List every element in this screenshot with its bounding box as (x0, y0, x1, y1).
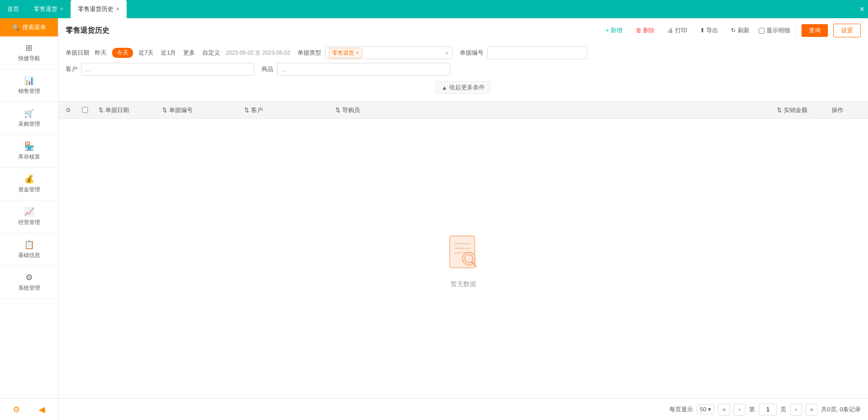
th-amount-text: 实销金额 (784, 106, 807, 114)
new-button[interactable]: + 新增 (602, 25, 626, 36)
th-date-label: ⇅ (98, 107, 103, 113)
sidebar-item-sales[interactable]: 📊销售管理 (0, 69, 58, 102)
table-area: ⚙ ⇅ 单据日期 ⇅ 单据编号 ⇅ 客户 ⇅ 导购员 (58, 102, 868, 420)
sidebar-item-purchase[interactable]: 🛒采购管理 (0, 102, 58, 135)
tab-retail-return-history[interactable]: 零售退货历史× (71, 0, 127, 18)
nav-icon-system: ⚙ (26, 272, 33, 282)
th-num-text: 单据编号 (169, 106, 193, 114)
th-customer-sort: ⇅ (244, 107, 249, 113)
show-detail-checkbox-label[interactable]: 显示明细 (759, 26, 790, 35)
tab-close-retail-return-history[interactable]: × (116, 6, 119, 12)
sidebar-item-system[interactable]: ⚙系统管理 (0, 266, 58, 299)
page-size-value: 50 (700, 406, 706, 413)
query-button[interactable]: 查询 (801, 24, 828, 37)
page-title-bar: 零售退货历史 + 新增 🗑 删除 🖨 打印 ⬆ 导出 ↻ 刷新 显示明细 查询 … (66, 24, 861, 37)
nav-icon-quick-nav: ⊞ (26, 43, 32, 53)
tab-close-retail-return[interactable]: × (60, 6, 63, 12)
nav-label-purchase: 采购管理 (18, 120, 40, 128)
nav-icon-sales: 📊 (24, 76, 34, 86)
main-layout: 🔍 搜索菜单 ⊞快捷导航📊销售管理🛒采购管理🏪库存核算💰资金管理📈经营管理📋基础… (0, 18, 868, 420)
page-size-arrow: ▾ (708, 406, 711, 413)
show-detail-label: 显示明细 (766, 26, 790, 35)
show-detail-checkbox[interactable] (759, 28, 765, 34)
date-filter-label: 单据日期 (66, 49, 89, 57)
nav-icon-basic-info: 📋 (24, 240, 34, 250)
select-all-checkbox[interactable] (82, 107, 88, 113)
nav-label-basic-info: 基础信息 (18, 251, 40, 259)
goods-select[interactable]: ... (277, 63, 450, 76)
date-option-今天[interactable]: 今天 (112, 48, 133, 58)
sidebar-search[interactable]: 🔍 搜索菜单 (0, 18, 58, 36)
th-amount-sort: ⇅ (777, 107, 782, 113)
type-filter: 单据类型 零售退货 × ▾ (298, 46, 452, 59)
sidebar-item-finance[interactable]: 💰资金管理 (0, 168, 58, 200)
sidebar-item-quick-nav[interactable]: ⊞快捷导航 (0, 36, 58, 69)
page-header: 零售退货历史 + 新增 🗑 删除 🖨 打印 ⬆ 导出 ↻ 刷新 显示明细 查询 … (58, 18, 868, 102)
sidebar-item-basic-info[interactable]: 📋基础信息 (0, 233, 58, 266)
type-tag: 零售退货 × (329, 48, 362, 58)
export-button[interactable]: ⬆ 导出 (696, 25, 722, 36)
date-option-近7天[interactable]: 近7天 (137, 48, 155, 58)
nav-label-inventory: 库存核算 (18, 153, 40, 161)
tab-retail-return[interactable]: 零售退货× (26, 0, 71, 18)
nav-icon-purchase: 🛒 (24, 108, 34, 118)
page-unit: 页 (781, 405, 786, 414)
nav-icon-finance: 💰 (24, 174, 34, 184)
first-page-button[interactable]: « (718, 404, 730, 415)
print-button[interactable]: 🖨 打印 (664, 25, 691, 36)
th-customer[interactable]: ⇅ 客户 (241, 106, 332, 114)
empty-illustration (441, 229, 486, 275)
window-close-button[interactable]: × (856, 5, 868, 14)
content-area: 零售退货历史 + 新增 🗑 删除 🖨 打印 ⬆ 导出 ↻ 刷新 显示明细 查询 … (58, 18, 868, 420)
tab-home[interactable]: 首页 (0, 0, 26, 18)
date-option-近1月[interactable]: 近1月 (159, 48, 178, 58)
page-num-input[interactable] (759, 404, 777, 415)
type-tag-close[interactable]: × (356, 50, 359, 56)
collapse-button[interactable]: ▲ 收起更多条件 (436, 81, 491, 94)
th-settings[interactable]: ⚙ (62, 107, 78, 113)
type-select[interactable]: 零售退货 × ▾ (325, 46, 452, 59)
settings-button[interactable]: 设置 (833, 24, 861, 37)
nav-label-sales: 销售管理 (18, 87, 40, 95)
last-page-button[interactable]: » (806, 404, 817, 415)
customer-select[interactable]: ... (81, 63, 254, 76)
nav-label-quick-nav: 快捷导航 (18, 55, 40, 62)
goods-filter-label: 商品 (262, 65, 273, 73)
delete-button[interactable]: 🗑 删除 (632, 25, 659, 36)
top-bar: 首页零售退货×零售退货历史× × (0, 0, 868, 18)
date-option-自定义[interactable]: 自定义 (200, 48, 222, 58)
nav-icon-inventory: 🏪 (24, 141, 34, 151)
date-option-更多[interactable]: 更多 (181, 48, 197, 58)
sidebar-item-operations[interactable]: 📈经营管理 (0, 200, 58, 233)
sidebar-search-label: 搜索菜单 (22, 23, 46, 31)
num-filter-input[interactable] (487, 46, 587, 59)
page-size-label: 每页显示 (669, 405, 693, 414)
sidebar: 🔍 搜索菜单 ⊞快捷导航📊销售管理🛒采购管理🏪库存核算💰资金管理📈经营管理📋基础… (0, 18, 58, 420)
toolbar-divider (796, 25, 796, 36)
sidebar-item-inventory[interactable]: 🏪库存核算 (0, 135, 58, 168)
th-amount[interactable]: ⇅ 实销金额 (773, 106, 828, 114)
nav-label-operations: 经营管理 (18, 219, 40, 226)
th-num-sort: ⇅ (162, 107, 167, 113)
th-customer-text: 客户 (251, 106, 263, 114)
th-check[interactable] (78, 107, 95, 113)
settings-icon[interactable]: ⚙ (13, 405, 20, 415)
th-guide[interactable]: ⇅ 导购员 (332, 106, 414, 114)
prev-page-button[interactable]: ‹ (734, 404, 745, 415)
collapse-icon: ▲ (442, 84, 447, 91)
goods-filter: 商品 ... (262, 63, 450, 76)
page-size-select[interactable]: 50 ▾ (697, 405, 714, 414)
filter-row-2: 客户 ... 商品 ... (66, 63, 861, 76)
toolbar: + 新增 🗑 删除 🖨 打印 ⬆ 导出 ↻ 刷新 显示明细 查询 设置 (602, 24, 861, 37)
next-page-button[interactable]: › (790, 404, 802, 415)
collapse-sidebar-icon[interactable]: ◀ (39, 405, 45, 415)
th-num[interactable]: ⇅ 单据编号 (159, 106, 241, 114)
nav-icon-operations: 📈 (24, 207, 34, 217)
th-guide-text: 导购员 (342, 106, 360, 114)
collapse-label: 收起更多条件 (449, 83, 485, 92)
nav-label-finance: 资金管理 (18, 186, 40, 194)
date-option-昨天[interactable]: 昨天 (93, 48, 108, 58)
refresh-button[interactable]: ↻ 刷新 (727, 25, 753, 36)
th-guide-sort: ⇅ (335, 107, 340, 113)
th-date[interactable]: ⇅ 单据日期 (95, 106, 159, 114)
